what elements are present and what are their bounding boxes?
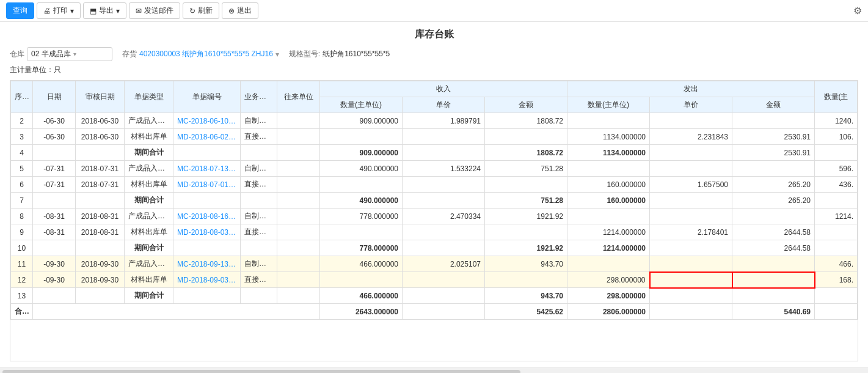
cell-doc-type: 产成品入库单 [125, 113, 173, 129]
cell-partner [277, 161, 320, 177]
th-partner: 往来单位 [277, 81, 320, 113]
cell-audit: 2018-07-31 [76, 161, 125, 177]
cell-out-amt [732, 288, 815, 304]
cell-in-price [403, 224, 485, 240]
cell-seq: 13 [11, 288, 33, 304]
settings-button[interactable]: ⚙ [853, 5, 862, 17]
cell-partner [277, 129, 320, 145]
cell-date: -06-30 [33, 113, 76, 129]
stock-value[interactable]: 4020300003 纸护角1610*55*55*5 ZHJ16 [139, 49, 273, 59]
table-row: 7期间合计490.000000751.28160.000000265.20 [11, 193, 858, 209]
cell-seq: 6 [11, 177, 33, 193]
cell-audit [76, 288, 125, 304]
refresh-icon: ↻ [189, 7, 195, 15]
cell-partner [277, 193, 320, 209]
cell-out-qty: 1134.000000 [567, 129, 650, 145]
ledger-table-container[interactable]: 序号 日期 审核日期 单据类型 单据编号 业务类型 往来单位 收入 发出 数量(… [10, 80, 858, 361]
cell-doc-num[interactable]: MC-2018-06-1082 [173, 113, 241, 129]
cell-doc-num [173, 193, 241, 209]
summary-empty [33, 304, 320, 320]
cell-biz-type: 自制加工 [241, 256, 277, 272]
cell-audit: 2018-09-30 [76, 256, 125, 272]
cell-out-price [650, 288, 732, 304]
cell-out-price: 1.657500 [650, 177, 732, 193]
refresh-label: 刷新 [198, 6, 213, 16]
print-label: 打印 [53, 6, 68, 16]
cell-in-qty: 490.000000 [320, 193, 403, 209]
summary-out-amt: 5440.69 [732, 304, 815, 320]
print-button[interactable]: 🖨 打印 ▾ [37, 2, 81, 19]
summary-in-qty: 2643.000000 [320, 304, 403, 320]
stock-label: 存货 [122, 49, 137, 59]
summary-out-qty: 2806.000000 [567, 304, 650, 320]
warehouse-filter: 仓库 02 半成品库 ▾ [10, 47, 112, 61]
cell-doc-num[interactable]: MC-2018-09-1349 [173, 256, 241, 272]
email-button[interactable]: ✉ 发送邮件 [129, 2, 180, 19]
cell-out-amt [732, 161, 815, 177]
cell-biz-type [241, 288, 277, 304]
cell-doc-num [173, 240, 241, 256]
cell-partner [277, 240, 320, 256]
cell-date: -07-31 [33, 177, 76, 193]
cell-doc-type: 期间合计 [125, 145, 173, 161]
exit-button[interactable]: ⊗ 退出 [222, 2, 258, 19]
export-button[interactable]: ⬒ 导出 ▾ [83, 2, 126, 19]
th-income-group: 收入 [320, 81, 567, 97]
warehouse-select[interactable]: 02 半成品库 ▾ [27, 47, 112, 61]
cell-out-qty: 160.000000 [567, 177, 650, 193]
cell-in-qty: 466.000000 [320, 256, 403, 272]
th-audit: 审核日期 [76, 81, 125, 113]
cell-bal-qty [815, 193, 858, 209]
cell-out-price [650, 240, 732, 256]
cell-date [33, 240, 76, 256]
query-button[interactable]: 查询 [6, 2, 34, 19]
spec-label: 规格型号: [289, 49, 320, 59]
cell-audit: 2018-06-30 [76, 113, 125, 129]
cell-out-amt: 2644.58 [732, 240, 815, 256]
cell-doc-num[interactable]: MC-2018-07-1332 [173, 161, 241, 177]
exit-label: 退出 [237, 6, 252, 16]
cell-audit: 2018-09-30 [76, 272, 125, 288]
cell-in-amt [485, 177, 567, 193]
summary-in-price [403, 304, 485, 320]
refresh-button[interactable]: ↻ 刷新 [183, 2, 219, 19]
cell-out-amt: 265.20 [732, 193, 815, 209]
cell-seq: 5 [11, 161, 33, 177]
cell-in-qty: 490.000000 [320, 161, 403, 177]
cell-doc-num[interactable]: MD-2018-08-0384 [173, 224, 241, 240]
table-row: 6-07-312018-07-31材料出库单MD-2018-07-0193直接领… [11, 177, 858, 193]
th-out-qty: 数量(主单位) [567, 97, 650, 113]
cell-in-price [403, 193, 485, 209]
cell-bal-qty: 436. [815, 177, 858, 193]
cell-doc-num[interactable]: MD-2018-06-0225 [173, 129, 241, 145]
cell-in-qty: 466.000000 [320, 288, 403, 304]
cell-doc-type: 材料出库单 [125, 177, 173, 193]
cell-out-price [650, 256, 732, 272]
cell-out-price [650, 113, 732, 129]
th-in-qty: 数量(主单位) [320, 97, 403, 113]
cell-bal-qty [815, 224, 858, 240]
cell-bal-qty [815, 240, 858, 256]
cell-in-qty: 778.000000 [320, 209, 403, 224]
cell-seq: 9 [11, 224, 33, 240]
cell-out-qty: 1134.000000 [567, 145, 650, 161]
cell-seq: 3 [11, 129, 33, 145]
cell-out-price [650, 161, 732, 177]
cell-doc-type: 材料出库单 [125, 224, 173, 240]
cell-date: -07-31 [33, 161, 76, 177]
cell-bal-qty: 168. [815, 272, 858, 288]
table-row: 9-08-312018-08-31材料出库单MD-2018-08-0384直接领… [11, 224, 858, 240]
cell-partner [277, 113, 320, 129]
cell-in-amt [485, 224, 567, 240]
cell-date: -08-31 [33, 209, 76, 224]
cell-bal-qty: 596. [815, 161, 858, 177]
cell-audit: 2018-08-31 [76, 209, 125, 224]
cell-doc-num[interactable]: MD-2018-07-0193 [173, 177, 241, 193]
table-row: 4期间合计909.0000001808.721134.0000002530.91 [11, 145, 858, 161]
cell-doc-num[interactable]: MD-2018-09-0324 [173, 272, 241, 288]
stock-filter: 存货 4020300003 纸护角1610*55*55*5 ZHJ16 ▾ [122, 49, 279, 59]
cell-out-amt: 2530.91 [732, 129, 815, 145]
cell-in-price [403, 129, 485, 145]
cell-doc-num[interactable]: MC-2018-08-1625 [173, 209, 241, 224]
cell-out-price [650, 193, 732, 209]
